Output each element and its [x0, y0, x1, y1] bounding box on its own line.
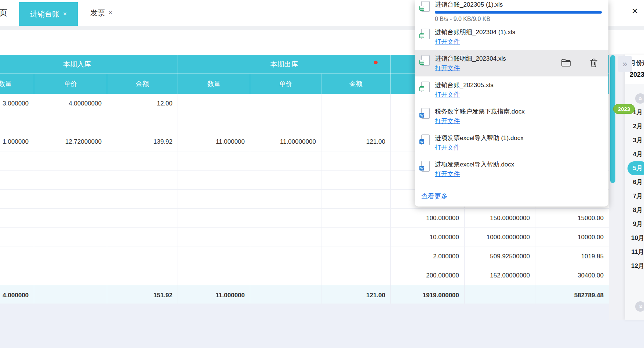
table-cell [107, 171, 178, 190]
table-cell [178, 113, 250, 132]
download-filename: 进销台账_202305 (1).xls [435, 0, 602, 9]
table-cell: 100.000000 [391, 209, 465, 228]
close-tab-icon[interactable]: × [63, 10, 67, 18]
tab-invoice[interactable]: 发票 × [87, 0, 112, 26]
month-item[interactable]: 9月 [627, 217, 644, 231]
table-cell: 509.92500000 [465, 247, 535, 266]
page-background [0, 304, 644, 348]
month-item[interactable]: 6月 [627, 175, 644, 189]
table-cell [250, 113, 321, 132]
month-item[interactable]: 7月 [627, 189, 644, 203]
downloads-popup: 进销台账_202305 (1).xls0 B/s - 9.0 KB/9.0 KB… [415, 0, 608, 207]
show-in-folder-icon[interactable] [561, 58, 571, 69]
download-filename: 进项发票excel导入帮助 (1).docx [435, 134, 602, 142]
table-row: 200.000000152.0000000030400.00 [0, 266, 609, 285]
xls-badge-icon [419, 60, 424, 65]
download-item[interactable]: W进项发票excel导入帮助 (1).docx打开文件 [415, 129, 608, 156]
month-item-selected[interactable]: 5月 [627, 161, 644, 175]
table-cell [178, 151, 250, 171]
table-cell: 4.00000000 [34, 94, 107, 113]
scroll-up-button[interactable]: « [635, 93, 644, 104]
table-cell [178, 94, 250, 113]
download-item[interactable]: 进销台账明细_202304.xls打开文件 [415, 50, 608, 76]
group-header-inbound: 本期入库 [0, 55, 178, 74]
close-tab-icon[interactable]: × [109, 9, 112, 17]
month-item[interactable]: 11月 [627, 245, 644, 259]
total-cell [465, 285, 535, 306]
table-cell [34, 113, 107, 132]
table-cell: 12.00 [107, 94, 178, 113]
docx-file-icon: W [421, 108, 430, 119]
download-item[interactable]: 进销台账_202305.xls打开文件 [415, 76, 608, 103]
download-item[interactable]: W税务数字账户发票下载指南.docx打开文件 [415, 103, 608, 129]
table-cell [321, 247, 391, 266]
table-cell [34, 190, 107, 209]
month-item[interactable]: 3月 [627, 133, 644, 147]
see-more-link[interactable]: 查看更多 [421, 192, 448, 201]
download-filename: 进销台账明细_202304 (1).xls [435, 28, 602, 36]
month-item[interactable]: 12月 [627, 259, 644, 273]
tab-invoice-label: 发票 [90, 8, 105, 18]
table-cell [250, 247, 321, 266]
month-item[interactable]: 4月 [627, 147, 644, 161]
tab-ledger[interactable]: 进销台账 × [19, 2, 78, 26]
total-cell: 1919.000000 [391, 285, 465, 306]
docx-file-icon: W [421, 161, 430, 172]
total-cell: 121.00 [321, 285, 391, 306]
delete-download-icon[interactable] [589, 58, 598, 69]
docx-badge-icon: W [419, 139, 424, 144]
table-row: 2.000000509.925000001019.85 [0, 247, 609, 266]
vertical-scrollbar[interactable] [610, 55, 615, 183]
download-item[interactable]: W进项发票excel导入帮助.docx打开文件 [415, 156, 608, 182]
download-filename: 税务数字账户发票下载指南.docx [435, 107, 602, 116]
table-cell: 152.00000000 [465, 266, 535, 285]
table-cell [321, 94, 391, 113]
xls-file-icon [421, 29, 430, 39]
table-cell [34, 171, 107, 190]
month-item[interactable]: 8月 [627, 203, 644, 217]
open-file-link[interactable]: 打开文件 [435, 37, 460, 46]
download-item[interactable]: 进销台账_202305 (1).xls0 B/s - 9.0 KB/9.0 KB [415, 0, 608, 24]
column-header: 单价 [250, 74, 321, 94]
table-cell [250, 94, 321, 113]
open-file-link[interactable]: 打开文件 [435, 90, 460, 99]
open-file-link[interactable]: 打开文件 [435, 117, 460, 125]
docx-badge-icon: W [419, 113, 424, 118]
month-item[interactable]: 10月 [627, 231, 644, 245]
download-item[interactable]: 进销台账明细_202304 (1).xls打开文件 [415, 24, 608, 50]
table-cell [34, 266, 107, 285]
table-cell [250, 190, 321, 209]
open-file-link[interactable]: 打开文件 [435, 143, 460, 152]
docx-badge-icon: W [419, 166, 424, 171]
close-icon[interactable]: × [632, 6, 638, 16]
xls-badge-icon [419, 33, 424, 38]
download-status: 0 B/s - 9.0 KB/9.0 KB [435, 16, 602, 22]
table-cell: 3.000000 [0, 94, 34, 113]
xls-badge-icon [419, 6, 424, 11]
table-cell: 10.000000 [391, 228, 465, 247]
scroll-down-button[interactable]: « [635, 301, 644, 312]
month-item[interactable]: 2月 [627, 119, 644, 133]
table-cell [321, 266, 391, 285]
column-header: 数量 [178, 74, 250, 94]
table-row: 10.0000001000.0000000010000.00 [0, 228, 609, 247]
tab-home[interactable]: 首页 [0, 0, 7, 26]
table-cell: 30400.00 [535, 266, 609, 285]
table-cell [321, 228, 391, 247]
collapse-sidebar-button[interactable]: » [618, 56, 632, 72]
table-cell [250, 151, 321, 171]
month-list: 1月2月3月4月5月6月7月8月9月10月11月12月 [627, 105, 644, 273]
xls-badge-icon [419, 86, 424, 91]
table-cell [321, 190, 391, 209]
table-cell [0, 190, 34, 209]
table-cell: 150.00000000 [465, 209, 535, 228]
table-cell [0, 266, 34, 285]
table-cell [178, 266, 250, 285]
open-file-link[interactable]: 打开文件 [435, 64, 460, 72]
xls-file-icon [421, 55, 430, 66]
table-cell [0, 113, 34, 132]
column-header: 金额 [321, 74, 391, 94]
table-row: 100.000000150.0000000015000.00 [0, 209, 609, 228]
open-file-link[interactable]: 打开文件 [435, 170, 460, 178]
tab-ledger-label: 进销台账 [30, 9, 59, 19]
